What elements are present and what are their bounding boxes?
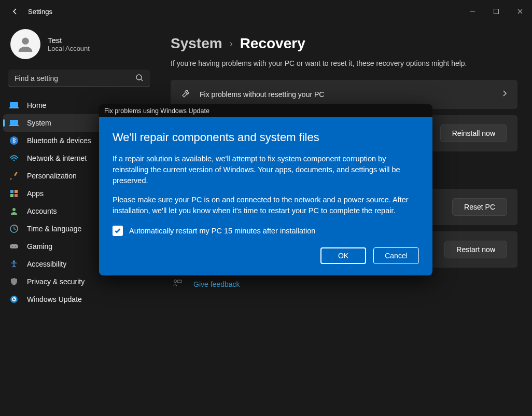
- apps-icon: [9, 189, 19, 198]
- svg-point-23: [174, 280, 177, 283]
- svg-rect-11: [14, 172, 18, 176]
- gaming-icon: [9, 242, 19, 251]
- svg-rect-1: [494, 9, 499, 14]
- dialog-titlebar: Fix problems using Windows Update: [99, 104, 432, 117]
- svg-line-4: [141, 79, 143, 81]
- sidebar-item-label: Accessibility: [27, 260, 66, 268]
- ok-button[interactable]: OK: [320, 247, 366, 264]
- privacy-icon: [9, 277, 19, 286]
- svg-point-2: [22, 38, 29, 45]
- svg-rect-7: [10, 120, 18, 125]
- sidebar-item-label: System: [27, 119, 51, 127]
- minimize-button[interactable]: [460, 0, 484, 23]
- reset-pc-button[interactable]: Reset PC: [452, 198, 507, 216]
- wrench-icon: [181, 89, 191, 100]
- repair-dialog: Fix problems using Windows Update We'll …: [99, 104, 432, 275]
- dialog-heading: We'll repair components and system files: [113, 131, 419, 144]
- feedback-icon: [173, 279, 183, 289]
- breadcrumb-parent[interactable]: System: [171, 35, 222, 52]
- sidebar-item-label: Time & language: [27, 225, 81, 233]
- bluetooth-icon: [9, 136, 19, 145]
- maximize-icon: [493, 8, 499, 15]
- minimize-icon: [469, 8, 475, 15]
- give-feedback-row[interactable]: Give feedback: [173, 274, 517, 295]
- svg-rect-12: [10, 190, 13, 193]
- close-button[interactable]: [508, 0, 532, 23]
- chevron-right-icon: ›: [230, 38, 233, 49]
- accessibility-icon: [9, 259, 19, 269]
- svg-point-21: [13, 260, 15, 262]
- search-input[interactable]: [8, 70, 150, 87]
- svg-rect-6: [9, 107, 19, 108]
- sidebar-item-label: Network & internet: [27, 154, 87, 162]
- svg-point-10: [13, 160, 15, 161]
- back-button[interactable]: [7, 4, 23, 19]
- update-icon: [9, 295, 19, 304]
- sidebar-item-label: Home: [27, 101, 46, 109]
- svg-rect-8: [9, 125, 19, 126]
- personalization-icon: [9, 171, 19, 181]
- svg-point-16: [12, 208, 16, 211]
- maximize-button[interactable]: [484, 0, 508, 23]
- sidebar-item-label: Bluetooth & devices: [27, 136, 91, 145]
- sidebar-item-label: Privacy & security: [27, 278, 85, 286]
- window-titlebar: Settings: [0, 0, 532, 23]
- reinstall-now-button[interactable]: Reinstall now: [440, 124, 507, 142]
- accounts-icon: [9, 206, 19, 216]
- profile-name: Test: [48, 36, 90, 45]
- sidebar-item-label: Accounts: [27, 207, 57, 215]
- dialog-paragraph-1: If a repair solution is available, we'll…: [113, 154, 419, 186]
- svg-rect-18: [10, 244, 18, 248]
- time-icon: [9, 224, 19, 233]
- svg-rect-13: [15, 190, 18, 193]
- svg-rect-14: [10, 194, 13, 197]
- chevron-right-icon: [502, 90, 507, 99]
- sidebar-item-update[interactable]: Windows Update: [3, 290, 155, 308]
- checkbox-icon: [113, 226, 123, 236]
- checkbox-label: Automatically restart my PC 15 minutes a…: [129, 227, 315, 235]
- profile-block[interactable]: Test Local Account: [0, 27, 158, 70]
- card-title: Fix problems without resetting your PC: [200, 90, 324, 99]
- sidebar-item-label: Apps: [27, 189, 44, 198]
- profile-account-type: Local Account: [48, 45, 90, 52]
- svg-rect-24: [177, 280, 181, 283]
- sidebar-item-label: Gaming: [27, 242, 52, 251]
- sidebar-item-label: Personalization: [27, 172, 77, 180]
- sidebar-item-privacy[interactable]: Privacy & security: [3, 273, 155, 290]
- network-icon: [9, 154, 19, 163]
- home-icon: [9, 101, 19, 110]
- svg-rect-15: [15, 194, 18, 197]
- give-feedback-link[interactable]: Give feedback: [193, 280, 240, 288]
- close-icon: [517, 8, 523, 15]
- auto-restart-checkbox[interactable]: Automatically restart my PC 15 minutes a…: [113, 226, 419, 236]
- breadcrumb: System › Recovery: [171, 35, 517, 52]
- search-icon: [135, 74, 144, 84]
- svg-point-19: [12, 246, 13, 247]
- window-title: Settings: [28, 8, 52, 16]
- arrow-left-icon: [11, 7, 19, 16]
- cancel-button[interactable]: Cancel: [373, 247, 419, 264]
- avatar: [10, 29, 40, 59]
- system-icon: [9, 118, 19, 128]
- dialog-paragraph-2: Please make sure your PC is on and conne…: [113, 195, 419, 216]
- page-subtitle: If you're having problems with your PC o…: [171, 59, 517, 67]
- svg-rect-5: [10, 102, 18, 107]
- user-icon: [15, 34, 36, 54]
- page-title: Recovery: [240, 35, 305, 52]
- svg-point-20: [15, 246, 16, 247]
- restart-now-button[interactable]: Restart now: [444, 241, 507, 258]
- sidebar-item-label: Windows Update: [27, 295, 82, 303]
- svg-point-3: [136, 75, 142, 80]
